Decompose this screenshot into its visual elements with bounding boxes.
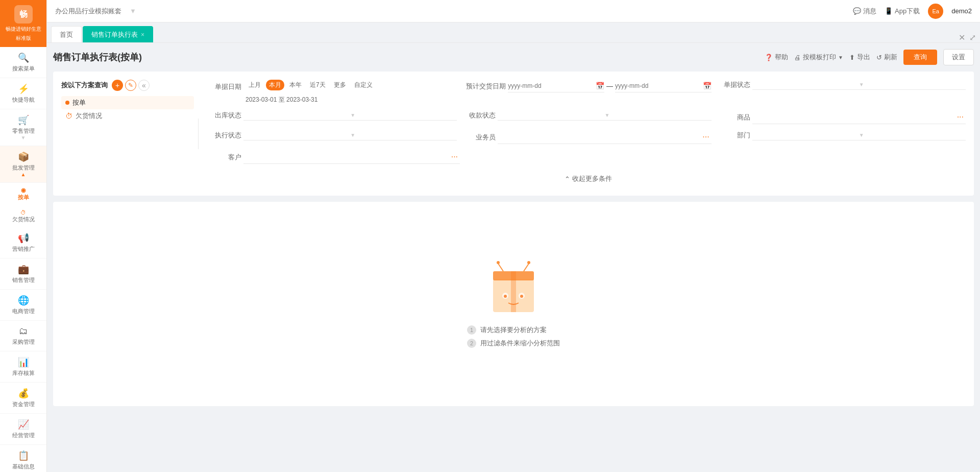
dept-select[interactable]: ▼ xyxy=(752,130,966,140)
date-field: 单据日期 上月 本月 本年 近7天 更多 自定义 xyxy=(211,80,457,104)
svg-point-10 xyxy=(527,261,530,264)
salesperson-more-icon[interactable]: ··· xyxy=(700,132,711,141)
logo[interactable]: 畅 畅捷进销好生意 标准版 xyxy=(0,0,46,47)
user-name[interactable]: demo2 xyxy=(951,7,972,15)
export-btn[interactable]: ⬆ 导出 xyxy=(849,53,870,62)
sidebar-item-ecom[interactable]: 🌐 电商管理 xyxy=(0,290,46,321)
export-icon: ⬆ xyxy=(849,54,855,61)
tab-close-icon[interactable]: × xyxy=(141,31,144,38)
sidebar-item-sales[interactable]: 💼 销售管理 xyxy=(0,258,46,290)
refresh-btn[interactable]: ↺ 刷新 xyxy=(876,53,897,62)
collapse-btn[interactable]: ⌃ 收起更多条件 xyxy=(565,174,612,183)
anDan-icon: ◉ xyxy=(21,187,26,194)
doc-status-label: 单据状态 xyxy=(720,80,750,89)
refresh-icon: ↺ xyxy=(876,54,882,61)
window-close-icon[interactable]: ✕ xyxy=(959,33,965,42)
sidebar-search[interactable]: 🔍 搜索菜单 xyxy=(0,47,46,78)
panel-divider xyxy=(198,119,199,149)
empty-illustration xyxy=(483,256,544,317)
goods-input[interactable] xyxy=(752,113,953,121)
wholesale-icon: 📦 xyxy=(18,151,29,162)
outbound-select[interactable]: ▼ xyxy=(243,110,457,121)
delivery-to-input[interactable] xyxy=(615,82,701,89)
customer-input[interactable] xyxy=(243,153,447,161)
exec-select[interactable]: ▼ xyxy=(243,130,457,140)
top-header-left: 办公用品行业模拟账套 ▼ xyxy=(55,7,138,16)
calendar-from-icon[interactable]: 📅 xyxy=(596,82,604,90)
main-area: 办公用品行业模拟账套 ▼ 💬 消息 📱 App下载 Ea demo2 xyxy=(47,0,980,472)
date-more-btn[interactable]: 更多 xyxy=(331,80,349,90)
date-custom-btn[interactable]: 自定义 xyxy=(351,80,376,90)
sidebar-item-retail[interactable]: 🛒 零售管理 ▼ xyxy=(0,109,46,146)
customer-field: 客户 ··· xyxy=(211,150,460,164)
qianKuan-clock-icon: ⏱ xyxy=(65,112,72,120)
tab-sales-exec-label: 销售订单执行表 xyxy=(91,30,138,39)
solution-panel-title: 按以下方案查询 + ✎ « xyxy=(61,80,194,91)
sidebar-item-wholesale[interactable]: 📦 批发管理 ▲ xyxy=(0,146,46,183)
app-download-icon: 📱 xyxy=(885,7,893,15)
sidebar-sub-qianKuan[interactable]: ⏱ 欠货情况 xyxy=(0,205,46,227)
date-this-month-btn[interactable]: 本月 xyxy=(266,80,284,90)
goods-more-icon[interactable]: ··· xyxy=(955,112,966,122)
result-area: 1 请先选择要分析的方案 2 用过滤条件来缩小分析范围 xyxy=(53,202,974,406)
exec-arrow-icon: ▼ xyxy=(350,132,457,138)
sidebar-item-operations[interactable]: 📈 经营管理 xyxy=(0,414,46,445)
date-this-year-btn[interactable]: 本年 xyxy=(286,80,305,90)
sidebar-item-inventory[interactable]: 📊 库存核算 xyxy=(0,351,46,383)
sidebar-quick-nav-label: 快捷导航 xyxy=(12,96,35,104)
empty-box-svg xyxy=(483,256,544,317)
delivery-from-input[interactable] xyxy=(508,82,594,89)
date-7days-btn[interactable]: 近7天 xyxy=(307,80,329,90)
calendar-to-icon[interactable]: 📅 xyxy=(703,82,712,90)
customer-input-box[interactable]: ··· xyxy=(243,150,460,164)
print-arrow-icon: ▼ xyxy=(838,55,843,60)
sidebar-sub-anDan[interactable]: ◉ 按单 xyxy=(0,183,46,205)
delivery-date-to[interactable]: 📅 xyxy=(615,80,712,92)
window-maximize-icon[interactable]: ⤢ xyxy=(969,33,976,42)
message-btn[interactable]: 💬 消息 xyxy=(853,7,876,16)
delivery-date-from[interactable]: 📅 xyxy=(508,80,604,92)
collapse-solution-btn[interactable]: « xyxy=(138,80,150,91)
step2-text: 用过滤条件来缩小分析范围 xyxy=(480,339,560,348)
search-icon: 🔍 xyxy=(18,52,29,63)
svg-point-8 xyxy=(497,261,500,264)
sidebar-item-purchase[interactable]: 🗂 采购管理 xyxy=(0,321,46,351)
payment-select[interactable]: ▼ xyxy=(498,110,711,121)
salesperson-input[interactable] xyxy=(498,133,698,141)
date-last-month-btn[interactable]: 上月 xyxy=(246,80,264,90)
sidebar-quick-nav[interactable]: ⚡ 快捷导航 xyxy=(0,78,46,109)
customer-more-icon[interactable]: ··· xyxy=(449,152,460,161)
solution-qianKuan[interactable]: ⏱ 欠货情况 xyxy=(61,109,194,123)
ecom-icon: 🌐 xyxy=(18,295,29,306)
add-solution-btn[interactable]: + xyxy=(112,80,123,91)
help-label: 帮助 xyxy=(775,53,788,62)
exec-label: 执行状态 xyxy=(211,131,241,140)
breadcrumb-arrow[interactable]: ▼ xyxy=(130,7,136,15)
print-btn[interactable]: 🖨 按模板打印 ▼ xyxy=(794,53,843,62)
salesperson-field: 业务员 ··· xyxy=(465,130,711,144)
sidebar-item-marketing[interactable]: 📢 营销推广 xyxy=(0,227,46,258)
outbound-field: 出库状态 ▼ xyxy=(211,110,457,121)
tab-home[interactable]: 首页 xyxy=(51,26,82,42)
salesperson-input-box[interactable]: ··· xyxy=(498,130,711,144)
doc-status-select[interactable]: ▼ xyxy=(752,80,966,90)
search-btn[interactable]: 查询 xyxy=(903,50,937,65)
qianKuan-label: 欠货情况 xyxy=(76,111,102,121)
sidebar-purchase-label: 采购管理 xyxy=(12,338,35,346)
date-quick-btns: 上月 本月 本年 近7天 更多 自定义 xyxy=(246,80,376,90)
app-download-btn[interactable]: 📱 App下载 xyxy=(885,7,920,16)
sidebar-basic-label: 基础信息 xyxy=(12,463,35,470)
edit-solution-btn[interactable]: ✎ xyxy=(125,80,136,91)
help-btn[interactable]: ❓ 帮助 xyxy=(765,53,788,62)
empty-steps: 1 请先选择要分析的方案 2 用过滤条件来缩小分析范围 xyxy=(467,325,560,352)
settings-btn[interactable]: 设置 xyxy=(943,49,974,65)
sidebar-ecom-label: 电商管理 xyxy=(12,308,35,315)
sidebar-item-finance[interactable]: 💰 资金管理 xyxy=(0,383,46,414)
solution-anDan[interactable]: 按单 xyxy=(61,96,194,109)
tab-sales-exec[interactable]: 销售订单执行表 × xyxy=(83,26,153,42)
sidebar-item-basic[interactable]: 📋 基础信息 xyxy=(0,445,46,472)
goods-input-box[interactable]: ··· xyxy=(752,110,966,124)
marketing-icon: 📢 xyxy=(18,232,29,244)
avatar[interactable]: Ea xyxy=(928,4,943,19)
payment-arrow-icon: ▼ xyxy=(605,112,712,118)
